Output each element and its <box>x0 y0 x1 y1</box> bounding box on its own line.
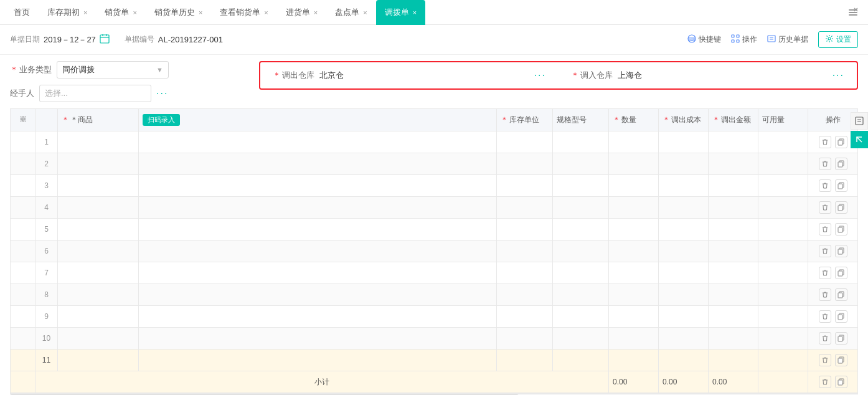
row-spec[interactable] <box>553 240 609 262</box>
delete-icon[interactable] <box>819 201 831 214</box>
row-qty[interactable] <box>609 284 659 306</box>
delete-icon[interactable] <box>819 267 831 279</box>
row-qty[interactable] <box>609 197 659 219</box>
delete-icon[interactable] <box>819 310 831 323</box>
row-spec[interactable] <box>553 131 609 153</box>
biz-type-select[interactable]: 同价调拨 ▼ <box>57 61 169 79</box>
row-qty[interactable] <box>609 328 659 350</box>
delete-icon[interactable] <box>819 136 831 148</box>
row-spec[interactable] <box>553 175 609 197</box>
row-product[interactable] <box>58 131 139 153</box>
row-qty[interactable] <box>609 240 659 262</box>
delete-icon[interactable] <box>819 245 831 257</box>
row-amount[interactable] <box>709 197 758 219</box>
row-product[interactable] <box>58 262 139 284</box>
tab-sales-history[interactable]: 销货单历史 × <box>146 0 211 25</box>
row-unit[interactable] <box>497 131 553 153</box>
copy-icon[interactable] <box>835 201 847 214</box>
row-cost[interactable] <box>659 328 709 350</box>
close-all-button[interactable] <box>843 2 863 22</box>
copy-icon[interactable] <box>835 332 847 345</box>
tab-home[interactable]: 首页 <box>5 0 39 25</box>
row-amount[interactable] <box>709 219 758 240</box>
row-unit[interactable] <box>497 197 553 219</box>
delete-icon[interactable] <box>819 354 831 366</box>
tab-transfer[interactable]: 调拨单 × <box>376 0 425 25</box>
row-qty[interactable] <box>609 350 659 371</box>
delete-icon[interactable] <box>819 223 831 236</box>
row-cost[interactable] <box>659 306 709 328</box>
row-cost[interactable] <box>659 153 709 175</box>
row-cost[interactable] <box>659 219 709 240</box>
row-amount[interactable] <box>709 350 758 371</box>
row-product[interactable] <box>58 219 139 240</box>
row-unit[interactable] <box>497 306 553 328</box>
copy-icon[interactable] <box>835 179 847 192</box>
row-cost[interactable] <box>659 131 709 153</box>
row-unit[interactable] <box>497 328 553 350</box>
shortcuts-button[interactable]: ⌨ 快捷键 <box>687 34 721 45</box>
row-qty[interactable] <box>609 153 659 175</box>
row-product[interactable] <box>58 197 139 219</box>
copy-icon[interactable] <box>835 310 847 323</box>
warehouse-in-more-icon[interactable]: ··· <box>833 70 844 81</box>
right-panel-list-btn[interactable] <box>851 112 868 130</box>
right-panel-expand-btn[interactable] <box>851 131 868 148</box>
subtotal-copy-icon[interactable] <box>835 376 847 388</box>
row-product[interactable] <box>58 153 139 175</box>
handler-more-icon[interactable]: ··· <box>156 88 168 99</box>
row-amount[interactable] <box>709 262 758 284</box>
row-qty[interactable] <box>609 175 659 197</box>
tab-close-purchase-order[interactable]: × <box>314 9 318 16</box>
row-cost[interactable] <box>659 350 709 371</box>
row-amount[interactable] <box>709 175 758 197</box>
row-qty[interactable] <box>609 219 659 240</box>
row-product[interactable] <box>58 240 139 262</box>
row-product[interactable] <box>58 175 139 197</box>
copy-icon[interactable] <box>835 136 847 148</box>
calendar-icon[interactable] <box>100 34 110 45</box>
operations-button[interactable]: 操作 <box>731 34 757 45</box>
row-spec[interactable] <box>553 197 609 219</box>
warehouse-out-more-icon[interactable]: ··· <box>534 70 546 81</box>
row-product[interactable] <box>58 350 139 371</box>
row-qty[interactable] <box>609 131 659 153</box>
tab-close-transfer[interactable]: × <box>413 9 417 16</box>
row-unit[interactable] <box>497 153 553 175</box>
delete-icon[interactable] <box>819 179 831 192</box>
tab-close-inventory-init[interactable]: × <box>83 9 87 16</box>
row-spec[interactable] <box>553 219 609 240</box>
copy-icon[interactable] <box>835 245 847 257</box>
scan-button[interactable]: 扫码录入 <box>143 114 180 126</box>
tab-close-sales-history[interactable]: × <box>199 9 202 16</box>
tab-purchase-order[interactable]: 进货单 × <box>277 0 326 25</box>
history-button[interactable]: 历史单据 <box>767 34 808 45</box>
row-unit[interactable] <box>497 350 553 371</box>
row-spec[interactable] <box>553 350 609 371</box>
row-unit[interactable] <box>497 219 553 240</box>
row-unit[interactable] <box>497 284 553 306</box>
tab-inventory-init[interactable]: 库存期初 × <box>39 0 96 25</box>
row-cost[interactable] <box>659 284 709 306</box>
copy-icon[interactable] <box>835 288 847 301</box>
row-product[interactable] <box>58 306 139 328</box>
row-spec[interactable] <box>553 284 609 306</box>
row-unit[interactable] <box>497 262 553 284</box>
row-amount[interactable] <box>709 240 758 262</box>
tab-close-view-sales[interactable]: × <box>264 9 268 16</box>
handler-select[interactable]: 选择... <box>39 85 151 102</box>
row-spec[interactable] <box>553 328 609 350</box>
delete-icon[interactable] <box>819 158 831 170</box>
copy-icon[interactable] <box>835 223 847 236</box>
copy-icon[interactable] <box>835 267 847 279</box>
row-spec[interactable] <box>553 153 609 175</box>
tab-stocktake[interactable]: 盘点单 × <box>326 0 375 25</box>
row-amount[interactable] <box>709 284 758 306</box>
tab-sales-order[interactable]: 销货单 × <box>96 0 145 25</box>
tab-close-sales-order[interactable]: × <box>133 9 136 16</box>
row-cost[interactable] <box>659 175 709 197</box>
delete-icon[interactable] <box>819 288 831 301</box>
tab-view-sales[interactable]: 查看销货单 × <box>211 0 276 25</box>
row-amount[interactable] <box>709 328 758 350</box>
row-amount[interactable] <box>709 131 758 153</box>
